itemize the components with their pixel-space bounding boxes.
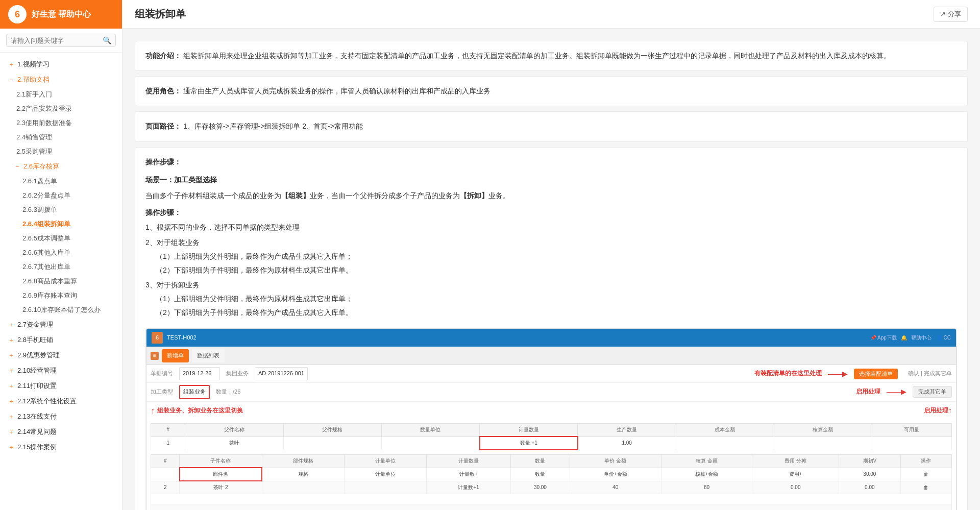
share-label: 分享	[948, 10, 961, 19]
screenshot-container: 6 TEST-H002 📌 App下载 🔔 帮助中心 👤 CC ≡ 新增单 数据…	[145, 328, 957, 510]
minus-icon: －	[8, 76, 14, 84]
search-icon: 🔍	[103, 36, 111, 44]
role-card: 使用角色： 通常由生产人员或库管人员完成拆装业务的操作，库管人员确认原材料的出库…	[135, 76, 968, 106]
annotation-row3: ↑ 组装业务、拆卸业务在这里切换 启用处理 ↑	[146, 402, 956, 421]
sidebar-item-sales[interactable]: 2.4销售管理	[0, 130, 122, 144]
th-unit: 数量单位	[381, 424, 479, 437]
sidebar-item-data-prep[interactable]: 2.3使用前数据准备	[0, 116, 122, 130]
mock-collection-label: 集团业务	[226, 369, 249, 379]
sidebar-group-payment[interactable]: ＋ 2.13在线支付	[0, 409, 122, 424]
main-area: 组装拆卸单 ↗ 分享 功能介绍： 组装拆卸单用来处理企业组装或拆卸等加工业务，支…	[122, 0, 980, 510]
path-card: 页面路径： 1、库存核算->库存管理->组装拆卸单 2、首页->常用功能	[135, 111, 968, 141]
mock-tab-list[interactable]: 数据列表	[192, 349, 225, 362]
step3-2: （2）下部明细为子件明细，最终作为产成品生成其它入库单。	[156, 306, 957, 319]
sidebar-header: 6 好生意 帮助中心	[0, 0, 122, 29]
sidebar-item-inventory[interactable]: － 2.6库存核算	[0, 159, 122, 174]
table-row: 1 茶叶 数量 +1 1.00	[151, 436, 952, 450]
mock-docnum-label: 单据编号	[151, 369, 173, 379]
sidebar-item-ledger-query[interactable]: 2.6.9库存账本查询	[0, 288, 122, 303]
sidebar-item-assembly[interactable]: 2.6.4组装拆卸单	[0, 217, 122, 231]
mock-form-row1: 单据编号 2019-12-26 集团业务 AD-20191226-001 有装配…	[146, 365, 956, 383]
steps-title: 操作步骤：	[145, 156, 957, 168]
plus-icon-5: ＋	[8, 351, 14, 360]
th-available: 可用量	[872, 424, 951, 437]
path-label: 页面路径：	[145, 122, 181, 130]
th-calc-amount: 核算金额	[774, 424, 872, 437]
mock-table1-container: # 父件名称 父件规格 数量单位 计量数量 生产数量 成本金额 核算金额 可用量	[146, 421, 956, 452]
sidebar-group-mobile[interactable]: ＋ 2.8手机旺铺	[0, 332, 122, 348]
th-parent-spec: 父件规格	[283, 424, 381, 437]
step2-1: （1）上部明细为父件明细，最终作为产成品生成其它入库单；	[156, 250, 957, 263]
share-button[interactable]: ↗ 分享	[934, 7, 968, 22]
sidebar-group-cases[interactable]: ＋ 2.15操作案例	[0, 440, 122, 455]
role-text: 通常由生产人员或库管人员完成拆装业务的操作，库管人员确认原材料的出库和产成品的入…	[183, 87, 491, 95]
sidebar-item-other-out[interactable]: 2.6.7其他出库单	[0, 260, 122, 274]
mock-icons: 📌 App下载 🔔 帮助中心 👤 CC	[870, 333, 951, 343]
intro-label: 功能介绍：	[145, 52, 181, 60]
plus-icon-4: ＋	[8, 336, 14, 345]
annotation-3: 组装业务、拆卸业务在这里切换	[157, 405, 243, 417]
sidebar: 6 好生意 帮助中心 🔍 ＋ 1.视频学习 － 2.帮助文档 2.1新手入门 2…	[0, 0, 122, 510]
mock-form-row2: 加工类型 组装业务 数量：/26 启用处理 ——▶ 完成其它单	[146, 383, 956, 402]
table-row-empty	[151, 504, 952, 510]
sidebar-item-other-in[interactable]: 2.6.6其他入库单	[0, 246, 122, 260]
mock-menu-icon: ≡	[151, 352, 159, 360]
mock-type-value[interactable]: 组装业务	[179, 385, 210, 399]
mock-tab-new[interactable]: 新增单	[162, 349, 189, 362]
mock-type-label: 加工类型	[151, 387, 173, 397]
annotation-4: 启用处理	[924, 405, 948, 417]
th-prod-qty: 生产数量	[578, 424, 676, 437]
main-content: 功能介绍： 组装拆卸单用来处理企业组装或拆卸等加工业务，支持有固定装配清单的产品…	[122, 29, 980, 510]
sidebar-group-coupon[interactable]: ＋ 2.9优惠券管理	[0, 348, 122, 363]
th-num: #	[151, 424, 185, 437]
mock-docnum-value: 2019-12-26	[179, 367, 220, 380]
mock-enable-btn[interactable]: 完成其它单	[913, 386, 952, 398]
annotation-1: 有装配清单的在这里处理	[754, 368, 822, 379]
plus-icon-8: ＋	[8, 397, 14, 406]
search-container: 🔍	[0, 29, 122, 53]
sidebar-item-install[interactable]: 2.2产品安装及登录	[0, 102, 122, 116]
arrow-2: ——▶	[887, 385, 906, 398]
path-text: 1、库存核算->库存管理->组装拆卸单 2、首页->常用功能	[183, 122, 363, 130]
sidebar-group-finance[interactable]: ＋ 2.7资金管理	[0, 317, 122, 332]
sidebar-item-purchase[interactable]: 2.5采购管理	[0, 144, 122, 159]
sidebar-group-video[interactable]: ＋ 1.视频学习	[0, 57, 122, 72]
plus-icon-9: ＋	[8, 412, 14, 421]
step3: 3、对于拆卸业务	[145, 279, 957, 292]
mock-qty-label: 数量：/26	[216, 387, 240, 397]
search-input[interactable]	[11, 37, 103, 44]
sidebar-item-transfer[interactable]: 2.6.3调拨单	[0, 203, 122, 217]
plus-icon-6: ＋	[8, 367, 14, 375]
sidebar-item-partial-count[interactable]: 2.6.2分量盘点单	[0, 188, 122, 203]
th-parent-name: 父件名称	[185, 424, 283, 437]
minus-icon-2: －	[14, 162, 20, 171]
step2: 2、对于组装业务	[145, 236, 957, 249]
annotation-2: 启用处理	[856, 386, 880, 398]
sidebar-group-faq[interactable]: ＋ 2.14常见问题	[0, 424, 122, 440]
sidebar-group-customize[interactable]: ＋ 2.12系统个性化设置	[0, 394, 122, 409]
table-row-empty	[151, 494, 952, 504]
table-row: 部件名 规格 计量单位 计量数+ 数量 单价+金额 核算+金额 费用+ 30.0…	[151, 468, 952, 481]
sidebar-item-cost-recalc[interactable]: 2.6.8商品成本重算	[0, 274, 122, 288]
mock-table-upper: # 父件名称 父件规格 数量单位 计量数量 生产数量 成本金额 核算金额 可用量	[151, 423, 952, 450]
scene1-label: 场景一：加工类型选择	[145, 176, 217, 184]
sidebar-item-ledger-error[interactable]: 2.6.10库存账本错了怎么办	[0, 303, 122, 317]
mock-topbar: 6 TEST-H002 📌 App下载 🔔 帮助中心 👤 CC	[146, 329, 956, 348]
table-row: 2 茶叶 2 计量数+1 30.00 40 80 0.00 0.00	[151, 481, 952, 494]
page-title: 组装拆卸单	[135, 7, 186, 21]
intro-card: 功能介绍： 组装拆卸单用来处理企业组装或拆卸等加工业务，支持有固定装配清单的产品…	[135, 41, 968, 71]
mock-select-bom-btn[interactable]: 选择装配清单	[854, 369, 898, 379]
intro-text: 组装拆卸单用来处理企业组装或拆卸等加工业务，支持有固定装配清单的产品加工业务，也…	[183, 52, 891, 60]
sidebar-group-help-docs[interactable]: － 2.帮助文档	[0, 72, 122, 87]
role-label: 使用角色：	[145, 87, 181, 95]
sidebar-group-print[interactable]: ＋ 2.11打印设置	[0, 378, 122, 394]
scene1-desc: 当由多个子件材料组装成一个成品的业务为【组装】业务，当由一个父件拆分成多个子产品…	[145, 189, 957, 202]
sidebar-item-count[interactable]: 2.6.1盘点单	[0, 174, 122, 188]
sidebar-item-cost-adjust[interactable]: 2.6.5成本调整单	[0, 231, 122, 246]
steps-label2: 操作步骤：	[145, 206, 957, 219]
sidebar-item-newcomer[interactable]: 2.1新手入门	[0, 87, 122, 102]
sidebar-group-ops[interactable]: ＋ 2.10经营管理	[0, 363, 122, 378]
sidebar-nav: ＋ 1.视频学习 － 2.帮助文档 2.1新手入门 2.2产品安装及登录 2.3…	[0, 53, 122, 510]
share-icon: ↗	[940, 10, 946, 18]
step3-1: （1）上部明细为父件明细，最终作为原材料生成其它出库单；	[156, 293, 957, 305]
